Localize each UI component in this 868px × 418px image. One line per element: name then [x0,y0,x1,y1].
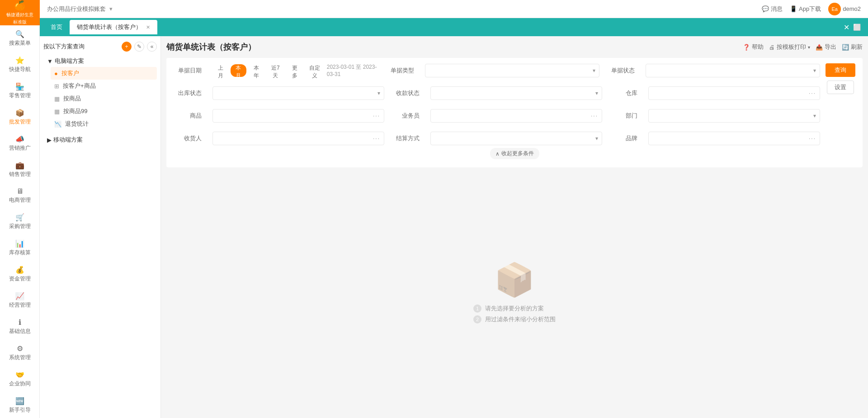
settings-button[interactable]: 设置 [827,81,854,94]
refresh-btn[interactable]: 🔄 刷新 [842,43,863,51]
order-type-caret: ▾ [593,67,595,74]
receiver-dots: ··· [373,135,380,142]
tab-close-icon[interactable]: ✕ [146,24,150,30]
logo-sub: 标准版 [13,19,27,25]
sidebar-item-0[interactable]: 🔍搜索菜单 [0,25,39,52]
app-download-btn[interactable]: 📱 App下载 [790,5,821,13]
dept-select[interactable]: ▾ [648,109,820,123]
tip-text-2: 用过滤条件来缩小分析范围 [485,315,556,323]
tree-category-mobile[interactable]: ▶ 移动端方案 [43,134,157,146]
tab-home[interactable]: 首页 [43,20,70,34]
sidebar-icon-3: 📦 [15,109,24,117]
help-btn[interactable]: ❓ 帮助 [743,43,764,51]
sidebar-item-9[interactable]: 💰资金管理 [0,261,39,287]
sidebar-menu: 🔍搜索菜单⭐快捷导航🏪零售管理📦批发管理📣营销推广💼销售管理🖥电商管理🛒采购管理… [0,25,39,418]
leaf-icon-customer: ● [54,70,58,77]
sidebar-item-3[interactable]: 📦批发管理 [0,104,39,130]
sidebar-label-0: 搜索菜单 [9,39,31,47]
collapse-btn[interactable]: ∧ 收起更多条件 [490,148,539,159]
sidebar-item-12[interactable]: ⚙系统管理 [0,340,39,366]
tree-category-desktop[interactable]: ▼ 电脑端方案 [43,55,157,67]
message-btn[interactable]: 💬 消息 [762,5,783,13]
staff-select[interactable]: ··· [430,109,602,123]
dropdown-arrow-company[interactable]: ▾ [109,5,113,12]
sidebar-label-6: 电商管理 [9,196,31,204]
sidebar-icon-1: ⭐ [15,56,24,65]
receiver-input[interactable]: ··· [212,132,384,145]
out-status-select[interactable]: ▾ [212,86,384,100]
sidebar-item-1[interactable]: ⭐快捷导航 [0,52,39,78]
sidebar-item-2[interactable]: 🏪零售管理 [0,78,39,104]
edit-scheme-btn[interactable]: ✎ [134,42,144,52]
tree-leaf-by-customer-goods[interactable]: ⊞ 按客户+商品 [51,80,157,92]
leaf-icon-goods: ▦ [54,95,60,102]
out-status-label: 出库状态 [174,89,205,97]
tab-home-label: 首页 [51,23,62,31]
date-btn-custom[interactable]: 自定义 [304,64,325,77]
sidebar-item-13[interactable]: 🤝企业协同 [0,366,39,392]
logo-icon: 🍊 [14,0,25,11]
sidebar-icon-2: 🏪 [15,82,24,91]
topbar-left: 办公用品行业模拟账套 ▾ [47,5,113,13]
export-btn[interactable]: 📤 导出 [816,43,836,51]
sidebar-icon-5: 💼 [15,161,24,170]
sidebar-label-12: 系统管理 [9,354,31,361]
dept-caret: ▾ [813,113,816,119]
sidebar-item-4[interactable]: 📣营销推广 [0,130,39,157]
collect-status-label: 收款状态 [392,89,423,97]
sidebar-label-2: 零售管理 [9,92,31,100]
sidebar-label-11: 基础信息 [9,328,31,335]
tab-sales-stats[interactable]: 销货单统计表（按客户） ✕ [70,20,157,34]
empty-state: 📦 1 请先选择要分析的方案 2 用过滤条件来缩小分析范围 [166,171,863,413]
user-info[interactable]: Ea demo2 [828,3,861,15]
empty-tips: 1 请先选择要分析的方案 2 用过滤条件来缩小分析范围 [473,304,556,323]
sidebar-item-7[interactable]: 🛒采购管理 [0,209,39,235]
date-btn-more[interactable]: 更多 [287,64,303,77]
sidebar-item-10[interactable]: 📈经营管理 [0,287,39,314]
warehouse-dots: ··· [809,90,816,96]
app-download-label: App下载 [799,5,821,13]
sidebar-item-6[interactable]: 🖥电商管理 [0,183,39,209]
tab-maximize-icon[interactable]: ⬜ [853,24,861,31]
collapse-panel-btn[interactable]: « [147,42,157,52]
date-btn-this-month[interactable]: 本月 [231,64,247,77]
right-panel: 销货单统计表（按客户） ❓ 帮助 🖨 按模板打印 ▾ 📤 导出 [161,36,868,418]
warehouse-select[interactable]: ··· [648,86,820,100]
tab-close-window-icon[interactable]: ✕ [844,23,849,32]
collapse-label: 收起更多条件 [501,150,534,157]
tree-leaf-by-customer[interactable]: ● 按客户 [51,67,157,80]
date-btn-last-month[interactable]: 上月 [212,64,229,77]
sidebar-label-8: 库存核算 [9,249,31,256]
query-button[interactable]: 查询 [826,63,855,77]
sidebar-item-8[interactable]: 📊库存核算 [0,235,39,261]
dept-label: 部门 [609,112,641,120]
add-scheme-btn[interactable]: + [122,42,132,52]
sidebar-label-4: 营销推广 [9,144,31,152]
date-btn-this-year[interactable]: 本年 [248,64,264,77]
leaf-icon-goods99: ▦ [54,108,60,115]
sidebar-label-13: 企业协同 [9,380,31,388]
sidebar-item-14[interactable]: 🆕新手引导 [0,392,39,418]
tree-leaf-by-goods99[interactable]: ▦ 按商品99 [51,105,157,118]
print-icon: 🖨 [769,44,775,51]
sidebar-label-14: 新手引导 [9,406,31,414]
sidebar-label-1: 快捷导航 [9,66,31,73]
sidebar-item-11[interactable]: ℹ基础信息 [0,314,39,340]
out-status-caret: ▾ [377,90,380,96]
settle-select[interactable]: ▾ [430,132,602,145]
content-area: 按以下方案查询 + ✎ « ▼ 电脑端方案 ● 按客户 ⊞ 按客户 [40,36,868,418]
sidebar-item-5[interactable]: 💼销售管理 [0,157,39,183]
order-status-select[interactable]: ▾ [646,64,820,77]
brand-dots: ··· [809,135,816,142]
goods-select[interactable]: ··· [212,109,384,123]
leaf-label-goods: 按商品 [63,95,81,103]
tabbar: 首页 销货单统计表（按客户） ✕ ✕ ⬜ [40,18,868,36]
template-print-btn[interactable]: 🖨 按模板打印 ▾ [769,43,810,51]
brand-select[interactable]: ··· [648,132,820,145]
tree-leaf-by-goods[interactable]: ▦ 按商品 [51,92,157,105]
order-type-select[interactable]: ▾ [425,64,599,77]
date-btn-7days[interactable]: 近7天 [266,64,285,77]
collect-status-select[interactable]: ▾ [430,86,602,100]
tree-leaf-returns[interactable]: 📉 退货统计 [51,118,157,130]
panel-title: 按以下方案查询 [43,43,85,51]
